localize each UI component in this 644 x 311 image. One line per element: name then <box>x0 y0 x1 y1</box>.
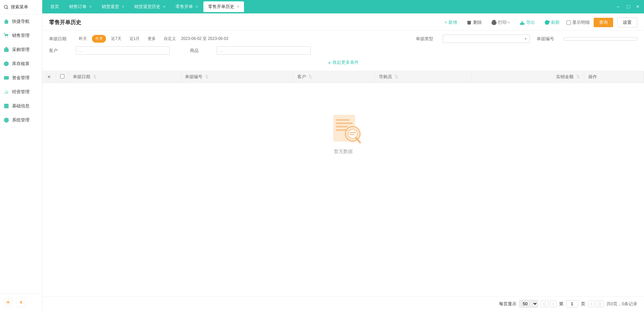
th-amount[interactable]: 实销金额 ⇅ <box>472 71 584 83</box>
refresh-label: 刷新 <box>551 19 560 25</box>
tab-sales-return-label: 销货退货 <box>102 4 119 10</box>
th-date-label: 单据日期 <box>73 74 90 79</box>
tab-sales-return-history-label: 销货退货历史 <box>134 4 160 10</box>
tab-sales-return[interactable]: 销货退货 × <box>97 1 129 12</box>
svg-point-17 <box>48 76 50 77</box>
date-btn-7days[interactable]: 近7天 <box>108 35 125 43</box>
sidebar: 搜索菜单 快捷导航 销售管理 采购管理 库存核算 资金管理 经营管理 <box>0 0 42 311</box>
maximize-button[interactable]: □ <box>626 4 632 10</box>
display-detail-checkbox-label[interactable]: 显示明细 <box>566 19 590 25</box>
refresh-button[interactable]: 刷新 <box>542 18 562 27</box>
doc-no-input[interactable] <box>563 37 637 41</box>
th-customer[interactable]: 客户 ⇅ <box>293 71 375 83</box>
svg-rect-5 <box>4 49 8 52</box>
per-page-select[interactable]: 50 10 20 100 <box>519 300 538 308</box>
svg-point-4 <box>7 37 8 38</box>
th-salesperson-label: 导购员 <box>379 74 392 79</box>
print-icon <box>491 20 497 25</box>
svg-rect-19 <box>336 119 349 121</box>
print-dropdown-icon[interactable]: ▾ <box>508 20 510 25</box>
date-btn-more[interactable]: 更多 <box>145 35 159 43</box>
first-page-button[interactable]: ⟨⟨ <box>541 300 549 307</box>
delete-button[interactable]: 删除 <box>464 18 485 27</box>
date-btn-today[interactable]: 今天 <box>92 35 106 43</box>
goods-input[interactable]: ... <box>217 46 311 55</box>
sidebar-item-basic-info-label: 基础信息 <box>12 103 30 109</box>
sidebar-search[interactable]: 搜索菜单 <box>0 0 42 14</box>
chevron-up-icon: ∧ <box>328 60 331 65</box>
th-salesperson[interactable]: 导购员 ⇅ <box>375 71 472 83</box>
close-icon[interactable]: × <box>237 4 239 9</box>
date-btn-yesterday[interactable]: 昨天 <box>76 35 90 43</box>
sort-icon: ⇅ <box>576 74 580 79</box>
tab-retail-open-history[interactable]: 零售开单历史 × <box>203 1 244 12</box>
date-btn-1month[interactable]: 近1月 <box>127 35 143 43</box>
close-icon[interactable]: × <box>163 4 165 9</box>
box-icon <box>3 61 9 67</box>
tab-sales-order[interactable]: 销售订单 × <box>64 1 96 12</box>
chart-icon <box>3 89 9 95</box>
print-button[interactable]: 打印 ▾ <box>489 18 513 27</box>
th-date[interactable]: 单据日期 ⇅ <box>69 71 181 83</box>
svg-point-7 <box>6 77 7 79</box>
table-header-row: 单据日期 ⇅ 单据编号 ⇅ 客户 ⇅ 导购员 ⇅ <box>42 71 644 83</box>
sidebar-item-operations[interactable]: 经营管理 <box>0 85 42 99</box>
query-button[interactable]: 查询 <box>594 18 613 27</box>
tab-home-label: 首页 <box>50 4 59 10</box>
select-all-checkbox[interactable] <box>60 74 64 79</box>
th-checkbox[interactable] <box>56 71 69 83</box>
column-settings-icon <box>46 74 52 80</box>
sidebar-item-basic-info[interactable]: 基础信息 <box>0 99 42 113</box>
tab-home[interactable]: 首页 <box>46 1 64 12</box>
search-icon <box>3 4 9 10</box>
th-no[interactable]: 单据编号 ⇅ <box>181 71 293 83</box>
sidebar-item-inventory[interactable]: 库存核算 <box>0 57 42 71</box>
page-header: 零售开单历史 + 新增 删除 打印 ▾ 导出 刷新 <box>42 13 644 31</box>
th-settings[interactable] <box>42 71 56 83</box>
last-page-button[interactable]: ⟩⟩ <box>596 300 604 307</box>
filter-row-1: 单据日期 昨天 今天 近7天 近1月 更多 自定义 2023-06-02 至 2… <box>49 35 637 43</box>
sidebar-item-finance-label: 资金管理 <box>12 75 30 81</box>
prev-page-button[interactable]: ⟨ <box>550 300 556 307</box>
collapse-more-button[interactable]: ∧ 收起更多条件 <box>328 59 359 65</box>
doc-type-select[interactable]: ▾ <box>443 35 530 43</box>
page-title: 零售开单历史 <box>49 19 81 26</box>
display-label: 显示明细 <box>572 19 590 25</box>
sidebar-item-quick-nav[interactable]: 快捷导航 <box>0 14 42 29</box>
close-icon[interactable]: × <box>89 4 92 9</box>
sidebar-item-sales-mgmt[interactable]: 销售管理 <box>0 29 42 43</box>
next-page-button[interactable]: ⟩ <box>588 300 594 307</box>
date-btn-custom[interactable]: 自定义 <box>161 35 179 43</box>
goods-ellipsis: ... <box>220 48 224 53</box>
close-window-button[interactable]: × <box>635 4 641 10</box>
empty-svg <box>327 110 367 150</box>
sidebar-search-label: 搜索菜单 <box>11 4 28 10</box>
tab-retail-open[interactable]: 零售开单 × <box>171 1 203 12</box>
doc-no-label: 单据编号 <box>537 36 557 42</box>
close-icon[interactable]: × <box>196 4 198 9</box>
sidebar-item-purchase-mgmt[interactable]: 采购管理 <box>0 43 42 57</box>
display-detail-checkbox[interactable] <box>566 20 571 25</box>
customer-input[interactable]: ... <box>76 46 170 55</box>
refresh-icon <box>544 20 550 25</box>
svg-rect-20 <box>336 122 353 124</box>
settings-button[interactable]: 设置 <box>617 17 637 28</box>
export-button[interactable]: 导出 <box>517 18 538 27</box>
table-area: 单据日期 ⇅ 单据编号 ⇅ 客户 ⇅ 导购员 ⇅ <box>42 71 644 296</box>
minimize-button[interactable]: － <box>614 3 622 10</box>
sort-icon: ⇅ <box>205 74 209 79</box>
close-icon[interactable]: × <box>122 4 124 9</box>
tab-sales-return-history[interactable]: 销货退货历史 × <box>130 1 170 12</box>
svg-point-0 <box>4 5 7 8</box>
sidebar-item-finance[interactable]: 资金管理 <box>0 71 42 85</box>
page-nav: ⟨⟨ ⟨ 第 页 ⟩ ⟩⟩ <box>541 300 604 307</box>
bottom-gear-button[interactable] <box>3 298 13 307</box>
sidebar-item-sys-mgmt[interactable]: 系统管理 <box>0 113 42 127</box>
sidebar-item-quick-nav-label: 快捷导航 <box>12 18 30 24</box>
tab-retail-open-history-label: 零售开单历史 <box>208 4 234 10</box>
collapse-sidebar-button[interactable] <box>16 298 26 307</box>
empty-state: 暂无数据 <box>42 83 644 182</box>
page-number-input[interactable] <box>566 300 578 307</box>
add-button[interactable]: + 新增 <box>442 18 460 27</box>
tab-sales-order-label: 销售订单 <box>69 4 87 10</box>
